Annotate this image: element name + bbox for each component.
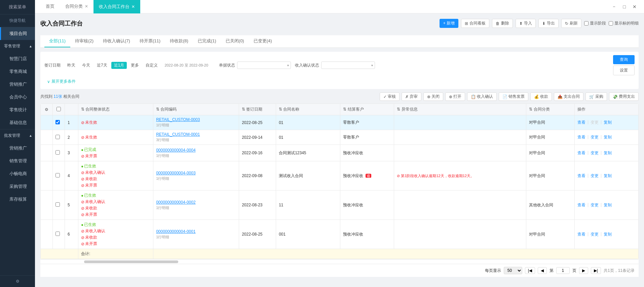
th-category[interactable]: ⇅ 合同分类 bbox=[526, 104, 574, 115]
date-btn-more[interactable]: 更多 bbox=[128, 62, 142, 69]
new-button[interactable]: + 新增 bbox=[440, 19, 458, 28]
th-checkbox[interactable] bbox=[53, 104, 65, 115]
tab-close-contract-cat[interactable]: ✕ bbox=[85, 4, 88, 9]
import-button[interactable]: ⬆ 导入 bbox=[516, 19, 536, 28]
show-detail-check[interactable]: 显示标的明细 bbox=[609, 20, 639, 26]
sidebar-settings[interactable]: ⚙ bbox=[0, 275, 35, 287]
delete-button[interactable]: 🗑 删除 bbox=[492, 19, 513, 28]
copy-link-6[interactable]: 复制 bbox=[604, 232, 612, 237]
tab-income-workbench[interactable]: 收入合同工作台 ✕ bbox=[93, 0, 140, 13]
page-input[interactable] bbox=[556, 267, 570, 274]
refresh-button[interactable]: ↻ 刷新 bbox=[561, 19, 581, 28]
filter-tab-changed[interactable]: 已变更(4) bbox=[249, 35, 277, 47]
sidebar-item-member[interactable]: 会员中心 bbox=[0, 91, 35, 104]
td-check-6[interactable] bbox=[53, 220, 65, 249]
maximize-button[interactable]: □ bbox=[621, 3, 628, 10]
td-check-2[interactable] bbox=[53, 130, 65, 145]
doc-status-select[interactable] bbox=[237, 62, 291, 69]
filter-tab-pending-review[interactable]: 待审核(2) bbox=[70, 35, 98, 47]
change-link-4[interactable]: 变更 bbox=[591, 173, 599, 179]
date-btn-yesterday[interactable]: 昨天 bbox=[65, 62, 78, 69]
horizontal-scrollbar[interactable] bbox=[84, 260, 178, 263]
filter-tab-closed[interactable]: 已关闭(0) bbox=[221, 35, 249, 47]
th-code[interactable]: ⇅ 合同编码 bbox=[153, 104, 239, 115]
contract-board-button[interactable]: ⊞ 合同看板 bbox=[461, 19, 489, 28]
view-link-6[interactable]: 查看 bbox=[577, 232, 585, 237]
view-link-4[interactable]: 查看 bbox=[577, 173, 585, 179]
contract-code-link-5[interactable]: 0000000000004-0002 bbox=[156, 200, 236, 205]
th-settings[interactable]: ⚙ bbox=[41, 104, 53, 115]
td-check-5[interactable] bbox=[53, 191, 65, 220]
contract-code-link-4[interactable]: 0000000000004-0003 bbox=[156, 171, 236, 175]
change-link-2[interactable]: 变更 bbox=[591, 134, 599, 140]
change-link-3[interactable]: 变更 bbox=[591, 150, 599, 156]
filter-tab-pending-payment[interactable]: 待收款(8) bbox=[165, 35, 193, 47]
set-button[interactable]: 设置 bbox=[613, 66, 635, 75]
date-btn-1month[interactable]: 近1月 bbox=[111, 62, 127, 69]
contract-code-link-2[interactable]: RETAIL_CUSTOM-0001 bbox=[156, 132, 236, 137]
th-abnormal[interactable]: ⇅ 异常信息 bbox=[394, 104, 526, 115]
contract-code-link-1[interactable]: RETAIL_CUSTOM-0003 bbox=[156, 117, 236, 122]
copy-link-1[interactable]: 复制 bbox=[604, 120, 612, 125]
filter-tab-pending-confirm[interactable]: 待收入确认(7) bbox=[98, 35, 135, 47]
purchase-button[interactable]: 🛒 采购 bbox=[585, 92, 607, 101]
td-check-4[interactable] bbox=[53, 161, 65, 191]
sidebar-item-retail-mgmt[interactable]: 零售管理 ▲ bbox=[0, 40, 35, 52]
copy-link-4[interactable]: 复制 bbox=[604, 173, 612, 179]
view-link-2[interactable]: 查看 bbox=[577, 134, 585, 140]
per-page-select[interactable]: 10 20 50 100 bbox=[504, 267, 522, 274]
filter-tab-pending-invoice[interactable]: 待开票(11) bbox=[135, 35, 165, 47]
copy-link-2[interactable]: 复制 bbox=[604, 134, 612, 140]
collection-button[interactable]: 💰 收款 bbox=[530, 92, 552, 101]
tab-close-income[interactable]: ✕ bbox=[131, 4, 135, 9]
sidebar-item-retail-stat[interactable]: 零售统计 bbox=[0, 104, 35, 116]
filter-tab-completed[interactable]: 已完成(1) bbox=[193, 35, 221, 47]
sidebar-item-marketing[interactable]: 营销推广 bbox=[0, 78, 35, 91]
minimize-button[interactable]: － bbox=[610, 3, 618, 10]
query-button[interactable]: 查询 bbox=[613, 55, 635, 64]
sidebar-item-online-shop[interactable]: 零售商城 bbox=[0, 65, 35, 78]
select-all-checkbox[interactable] bbox=[56, 107, 61, 111]
date-btn-7days[interactable]: 近7天 bbox=[94, 62, 110, 69]
next-page-button[interactable]: ▶ bbox=[579, 267, 588, 274]
sales-invoice-button[interactable]: 📄 销售发票 bbox=[499, 92, 528, 101]
sidebar-search[interactable]: 搜索菜单 bbox=[0, 0, 35, 14]
close-button[interactable]: ✕ bbox=[631, 3, 639, 10]
view-link-5[interactable]: 查看 bbox=[577, 202, 585, 208]
sidebar-item-project[interactable]: 项目合同 bbox=[0, 27, 35, 40]
tab-contract-cat[interactable]: 合同分类 ✕ bbox=[60, 0, 93, 13]
scroll-bar-area[interactable] bbox=[40, 259, 639, 264]
view-link-3[interactable]: 查看 bbox=[577, 150, 585, 156]
show-stage-check[interactable]: 显示阶段 bbox=[584, 20, 606, 26]
sidebar-item-marketing2[interactable]: 营销推广 bbox=[0, 142, 35, 155]
td-check-3[interactable] bbox=[53, 145, 65, 161]
contract-code-link-6[interactable]: 0000000000004-0001 bbox=[156, 229, 236, 234]
th-customer[interactable]: ⇅ 结算客户 bbox=[340, 104, 394, 115]
tab-home[interactable]: 首页 bbox=[40, 0, 60, 13]
expense-button[interactable]: 💸 费用支出 bbox=[609, 92, 639, 101]
income-confirm-select[interactable] bbox=[321, 62, 375, 69]
th-status[interactable]: ⇅ 合同整体状态 bbox=[78, 104, 153, 115]
income-confirm-button[interactable]: 📋 收入确认 bbox=[467, 92, 497, 101]
export-button[interactable]: ⬇ 导出 bbox=[538, 19, 559, 28]
td-check-1[interactable] bbox=[53, 115, 65, 130]
copy-link-5[interactable]: 复制 bbox=[604, 202, 612, 208]
contract-code-link-3[interactable]: 0000000000004-0004 bbox=[156, 148, 236, 153]
th-sign-date[interactable]: ⇅ 签订日期 bbox=[239, 104, 276, 115]
expand-btn[interactable]: ∨ 展开更多条件 bbox=[44, 77, 635, 86]
th-name[interactable]: ⇅ 合同名称 bbox=[276, 104, 340, 115]
filter-tab-all[interactable]: 全部(11) bbox=[44, 35, 70, 47]
date-btn-custom[interactable]: 自定义 bbox=[143, 62, 160, 69]
change-link-6[interactable]: 变更 bbox=[591, 232, 599, 237]
view-link-1[interactable]: 查看 bbox=[577, 120, 585, 125]
open-contract-button[interactable]: ⊕ 打开 bbox=[445, 92, 465, 101]
abandon-button[interactable]: ✗ 弃审 bbox=[402, 92, 421, 101]
sidebar-item-sales-mgmt[interactable]: 销售管理 bbox=[0, 155, 35, 167]
copy-link-3[interactable]: 复制 bbox=[604, 150, 612, 156]
first-page-button[interactable]: |◀ bbox=[525, 267, 535, 274]
sidebar-item-ecommerce[interactable]: 小畅电商 bbox=[0, 167, 35, 180]
sidebar-item-purchase[interactable]: 采购管理 bbox=[0, 180, 35, 193]
change-link-5[interactable]: 变更 bbox=[591, 202, 599, 208]
audit-button[interactable]: ✓ 审核 bbox=[380, 92, 400, 101]
sidebar-item-smart-store[interactable]: 智慧门店 bbox=[0, 52, 35, 65]
